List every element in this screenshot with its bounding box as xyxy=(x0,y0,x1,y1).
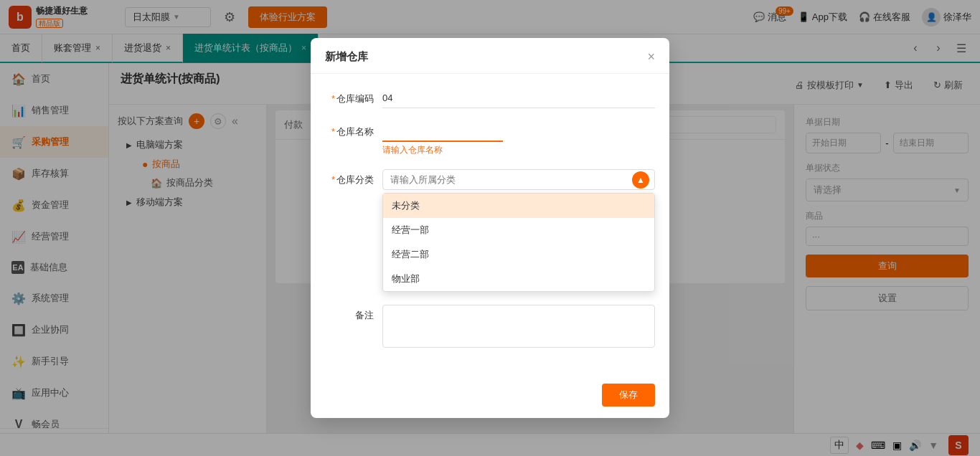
form-row-code: *仓库编码 xyxy=(325,88,655,108)
code-input[interactable] xyxy=(382,88,655,108)
dropdown-item-uncategorized[interactable]: 未分类 xyxy=(383,194,654,218)
category-input-wrap: ▲ 未分类 经营一部 经营二部 物业部 xyxy=(382,169,655,190)
code-label: *仓库编码 xyxy=(325,88,382,105)
category-label: *仓库分类 xyxy=(325,169,382,186)
form-row-category: *仓库分类 ▲ 未分类 经营一部 经营二部 xyxy=(325,169,655,190)
category-input[interactable] xyxy=(382,169,655,190)
modal-overlay: 新增仓库 × *仓库编码 *仓库名称 xyxy=(0,0,980,456)
form-row-name: *仓库名称 请输入仓库名称 xyxy=(325,121,655,156)
form-row-remark: 备注 xyxy=(325,305,655,348)
category-dropdown: 未分类 经营一部 经营二部 物业部 xyxy=(382,193,655,292)
name-error-tip: 请输入仓库名称 xyxy=(382,145,443,155)
dropdown-item-property[interactable]: 物业部 xyxy=(383,267,654,291)
modal-new-warehouse: 新增仓库 × *仓库编码 *仓库名称 xyxy=(311,38,669,418)
modal-header: 新增仓库 × xyxy=(311,38,669,74)
save-button[interactable]: 保存 xyxy=(602,384,655,407)
modal-footer: 保存 xyxy=(311,375,669,418)
category-toggle-icon[interactable]: ▲ xyxy=(632,171,649,189)
remark-label: 备注 xyxy=(325,305,382,322)
modal-title: 新增仓库 xyxy=(325,50,368,64)
dropdown-item-ops2[interactable]: 经营二部 xyxy=(383,242,654,267)
modal-close-icon[interactable]: × xyxy=(647,49,655,65)
remark-input[interactable] xyxy=(382,305,655,348)
name-label: *仓库名称 xyxy=(325,121,382,138)
name-input[interactable] xyxy=(382,121,503,142)
modal-body: *仓库编码 *仓库名称 请输入仓库名称 xyxy=(311,74,669,375)
dropdown-item-ops1[interactable]: 经营一部 xyxy=(383,218,654,242)
